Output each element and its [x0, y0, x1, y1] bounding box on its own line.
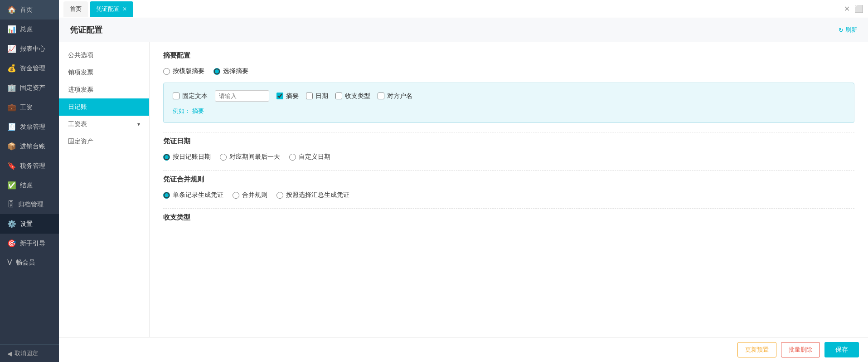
left-nav-item-salary-table[interactable]: 工资表▾	[59, 116, 149, 133]
purchase-sales-icon: 📦	[7, 142, 16, 151]
sidebar-item-label-archive: 归档管理	[18, 201, 44, 209]
voucher-date-title: 凭证日期	[163, 137, 854, 146]
pin-icon: ◀	[7, 350, 12, 357]
member-icon: V	[7, 259, 12, 267]
sidebar-item-label-settlement: 结账	[20, 181, 33, 190]
sidebar-item-general-ledger[interactable]: 📊总账	[0, 20, 59, 39]
fixed-text-option[interactable]: 固定文本	[173, 92, 208, 100]
maximize-window-icon[interactable]: ⬜	[854, 5, 863, 13]
select-summary-option[interactable]: 选择摘要	[213, 67, 248, 75]
left-nav-item-sales-invoice[interactable]: 销项发票	[59, 64, 149, 81]
voucher-date-radio-group: 按日记账日期 对应期间最后一天 自定义日期	[163, 153, 854, 161]
sidebar-item-fixed-assets[interactable]: 🏢固定资产	[0, 78, 59, 98]
last-day-period-radio[interactable]	[220, 154, 227, 161]
custom-date-option[interactable]: 自定义日期	[289, 153, 330, 161]
close-window-icon[interactable]: ✕	[844, 5, 850, 13]
counterparty-checkbox[interactable]	[378, 93, 384, 99]
by-journal-date-option[interactable]: 按日记账日期	[163, 153, 211, 161]
merge-rule-option[interactable]: 合并规则	[233, 191, 267, 199]
sidebar-item-label-purchase-sales: 进销台账	[20, 142, 45, 151]
sidebar-item-member[interactable]: V畅会员	[0, 253, 59, 272]
sidebar-item-archive[interactable]: 🗄归档管理	[0, 195, 59, 214]
merge-rule-radio[interactable]	[233, 192, 239, 199]
select-summary-generate-option[interactable]: 按照选择汇总生成凭证	[276, 191, 349, 199]
sidebar-item-settings[interactable]: ⚙️设置	[0, 214, 59, 234]
update-preview-button[interactable]: 更新预置	[737, 342, 776, 357]
guide-icon: 🎯	[7, 239, 16, 248]
report-center-icon: 📈	[7, 44, 16, 53]
summary-checkbox-row: 固定文本 摘要 日期 收支类型	[173, 90, 845, 102]
tax-management-icon: 🔖	[7, 161, 16, 170]
summary-checkbox[interactable]	[276, 93, 283, 99]
left-nav-label-public-options: 公共选项	[68, 51, 93, 59]
home-icon: 🏠	[7, 5, 16, 14]
bottom-action-bar: 更新预置 批量删除 保存	[59, 337, 868, 362]
sidebar-item-fund-management[interactable]: 💰资金管理	[0, 59, 59, 78]
select-summary-generate-radio[interactable]	[276, 192, 283, 199]
merge-rules-section: 凭证合并规则 单条记录生成凭证 合并规则 按照选择汇总生成凭证	[163, 175, 854, 209]
sidebar-item-label-tax-management: 税务管理	[20, 162, 45, 170]
by-journal-date-radio[interactable]	[163, 154, 170, 161]
general-ledger-icon: 📊	[7, 25, 16, 34]
sidebar-item-label-home: 首页	[20, 6, 33, 14]
left-nav-item-purchase-invoice[interactable]: 进项发票	[59, 81, 149, 98]
fixed-text-checkbox[interactable]	[173, 93, 179, 99]
sidebar-item-label-guide: 新手引导	[20, 240, 45, 248]
left-nav-item-public-options[interactable]: 公共选项	[59, 47, 149, 64]
batch-delete-button[interactable]: 批量删除	[781, 342, 820, 357]
example-text: 例如： 摘要	[173, 107, 845, 115]
sidebar-item-label-fixed-assets: 固定资产	[20, 84, 45, 92]
sidebar: 🏠首页📊总账📈报表中心💰资金管理🏢固定资产💼工资🧾发票管理📦进销台账🔖税务管理✅…	[0, 0, 59, 362]
date-check-option[interactable]: 日期	[306, 92, 328, 100]
income-type-section: 收支类型	[163, 213, 854, 238]
sidebar-item-label-member: 畅会员	[16, 259, 35, 267]
left-nav-label-salary-table: 工资表	[68, 120, 87, 128]
tab-close-icon[interactable]: ✕	[122, 6, 127, 12]
refresh-button[interactable]: ↻ 刷新	[839, 26, 857, 34]
left-nav-item-journal[interactable]: 日记账	[59, 98, 149, 116]
summary-title: 摘要配置	[163, 51, 854, 60]
left-nav-label-journal: 日记账	[68, 103, 87, 111]
save-button[interactable]: 保存	[824, 342, 859, 357]
window-controls: ✕ ⬜	[844, 5, 863, 13]
summary-check-option[interactable]: 摘要	[276, 92, 299, 100]
income-type-checkbox[interactable]	[335, 93, 342, 99]
template-summary-option[interactable]: 按模版摘要	[163, 67, 204, 75]
single-record-option[interactable]: 单条记录生成凭证	[163, 191, 223, 199]
tab-voucher-config[interactable]: 凭证配置 ✕	[90, 1, 133, 17]
fixed-assets-icon: 🏢	[7, 83, 16, 92]
sidebar-item-label-report-center: 报表中心	[20, 45, 45, 53]
tab-home[interactable]: 首页	[63, 1, 88, 17]
archive-icon: 🗄	[7, 201, 15, 209]
sidebar-scroll: 🏠首页📊总账📈报表中心💰资金管理🏢固定资产💼工资🧾发票管理📦进销台账🔖税务管理✅…	[0, 0, 59, 344]
left-nav-item-fixed-assets-nav[interactable]: 固定资产	[59, 133, 149, 150]
content-layout: 公共选项销项发票进项发票日记账工资表▾固定资产 摘要配置 按模版摘要 选择摘要	[59, 42, 868, 337]
invoice-management-icon: 🧾	[7, 122, 16, 131]
single-record-radio[interactable]	[163, 192, 170, 199]
fixed-text-input[interactable]	[215, 90, 269, 102]
sidebar-item-guide[interactable]: 🎯新手引导	[0, 234, 59, 253]
sidebar-item-label-general-ledger: 总账	[20, 25, 33, 34]
sidebar-item-report-center[interactable]: 📈报表中心	[0, 39, 59, 59]
sidebar-item-home[interactable]: 🏠首页	[0, 0, 59, 20]
chevron-down-icon: ▾	[137, 121, 140, 127]
template-summary-radio[interactable]	[163, 68, 170, 75]
date-checkbox[interactable]	[306, 93, 313, 99]
sidebar-item-invoice-management[interactable]: 🧾发票管理	[0, 117, 59, 137]
sidebar-pin-toggle[interactable]: ◀ 取消固定	[0, 344, 59, 362]
last-day-period-option[interactable]: 对应期间最后一天	[220, 153, 280, 161]
summary-radio-group: 按模版摘要 选择摘要	[163, 67, 854, 75]
sidebar-item-tax-management[interactable]: 🔖税务管理	[0, 156, 59, 176]
custom-date-radio[interactable]	[289, 154, 296, 161]
sidebar-item-settlement[interactable]: ✅结账	[0, 176, 59, 195]
sidebar-item-label-invoice-management: 发票管理	[20, 123, 45, 131]
merge-rules-radio-group: 单条记录生成凭证 合并规则 按照选择汇总生成凭证	[163, 191, 854, 199]
tab-bar: 首页 凭证配置 ✕ ✕ ⬜	[59, 0, 868, 18]
counterparty-option[interactable]: 对方户名	[378, 92, 412, 100]
income-type-title: 收支类型	[163, 213, 854, 222]
select-summary-radio[interactable]	[213, 68, 220, 75]
sidebar-item-purchase-sales[interactable]: 📦进销台账	[0, 137, 59, 156]
income-type-option[interactable]: 收支类型	[335, 92, 370, 100]
settlement-icon: ✅	[7, 181, 16, 190]
sidebar-item-salary[interactable]: 💼工资	[0, 98, 59, 117]
